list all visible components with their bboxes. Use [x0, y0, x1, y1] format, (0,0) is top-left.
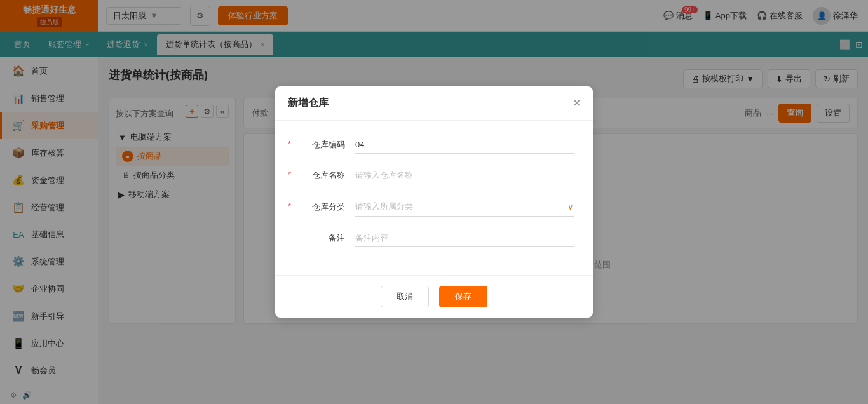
category-label: 仓库分类: [294, 201, 345, 213]
form-row-remark: 备注: [294, 229, 574, 247]
remark-input[interactable]: [355, 229, 574, 247]
save-btn[interactable]: 保存: [439, 286, 487, 307]
form-row-name: 仓库名称: [294, 166, 574, 184]
dialog-footer: 取消 保存: [275, 275, 593, 318]
name-label: 仓库名称: [294, 170, 345, 181]
category-select[interactable]: 请输入所属分类 ∨: [355, 197, 574, 217]
code-input[interactable]: [355, 136, 574, 154]
dialog-body: 仓库编码 仓库名称 仓库分类 请输入所属分类 ∨ 备注: [275, 121, 593, 275]
dialog-close-btn[interactable]: ×: [573, 97, 580, 110]
category-chevron: ∨: [567, 202, 574, 212]
cancel-btn[interactable]: 取消: [381, 286, 429, 307]
dialog-title: 新增仓库: [288, 97, 329, 110]
remark-label: 备注: [294, 232, 345, 244]
form-row-category: 仓库分类 请输入所属分类 ∨: [294, 197, 574, 217]
name-input[interactable]: [355, 166, 574, 184]
code-label: 仓库编码: [294, 139, 345, 151]
category-placeholder: 请输入所属分类: [355, 201, 413, 212]
form-row-code: 仓库编码: [294, 136, 574, 154]
dialog-overlay: 新增仓库 × 仓库编码 仓库名称 仓库分类 请输入所属分类 ∨: [0, 0, 868, 404]
dialog-header: 新增仓库 ×: [275, 86, 593, 121]
new-warehouse-dialog: 新增仓库 × 仓库编码 仓库名称 仓库分类 请输入所属分类 ∨: [275, 86, 593, 318]
